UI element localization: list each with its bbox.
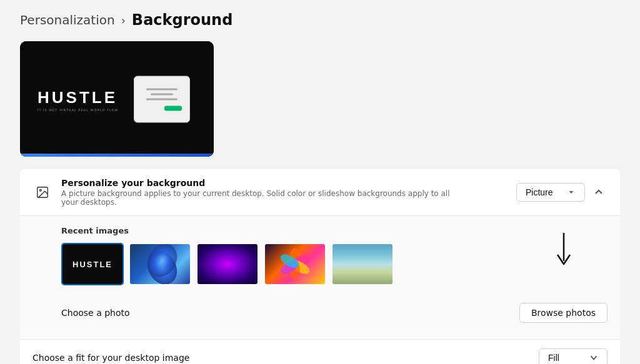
desktop-preview: HUSTLE IT IS NOT VIRTUAL REAL WORLD FLOW [20, 41, 214, 157]
breadcrumb: Personalization › Background [20, 11, 620, 29]
floral-svg [276, 245, 314, 283]
thumb-hustle-bg: HUSTLE [62, 244, 122, 284]
settings-card: Personalize your background A picture ba… [20, 169, 620, 364]
breadcrumb-current: Background [132, 11, 233, 29]
breadcrumb-parent[interactable]: Personalization [20, 12, 115, 27]
choose-photo-label: Choose a photo [61, 308, 130, 318]
dropdown-label: Picture [526, 187, 553, 197]
thumbnail-colorful[interactable] [264, 243, 326, 285]
expanded-section: Recent images HUSTLE [20, 216, 620, 340]
image-icon [36, 185, 49, 199]
fit-chevron-down-icon [589, 353, 598, 362]
preview-taskbar [20, 154, 214, 157]
settings-page: Personalization › Background HUSTLE IT I… [0, 0, 640, 364]
background-type-dropdown[interactable]: Picture [516, 183, 585, 202]
chevron-down-icon [567, 188, 576, 197]
preview-line-3 [146, 99, 178, 101]
thumb-purple-bg [198, 244, 258, 284]
chevron-up-icon [594, 187, 604, 197]
preview-desktop-bg: HUSTLE IT IS NOT VIRTUAL REAL WORLD FLOW [20, 41, 214, 157]
swirl-svg [138, 244, 182, 284]
preview-window-overlay [134, 76, 190, 122]
personalize-desc: A picture background applies to your cur… [61, 189, 461, 207]
preview-hustle-text: HUSTLE [38, 89, 118, 106]
personalize-content: Personalize your background A picture ba… [61, 178, 516, 207]
svg-point-1 [39, 189, 41, 191]
browse-photos-button[interactable]: Browse photos [519, 303, 608, 323]
recent-images-label: Recent images [61, 226, 608, 235]
thumb-colorful-bg [265, 244, 325, 284]
preview-line-2 [151, 94, 173, 96]
collapse-button[interactable] [590, 184, 608, 201]
breadcrumb-separator: › [121, 14, 126, 27]
fit-dropdown-label: Fill [548, 353, 559, 363]
personalize-controls: Picture [516, 183, 608, 202]
fit-dropdown[interactable]: Fill [539, 348, 608, 364]
personalize-title: Personalize your background [61, 178, 516, 188]
row-icon-image [32, 182, 52, 202]
preview-btn-green [164, 106, 182, 111]
thumbnail-purple[interactable] [196, 243, 259, 285]
thumb-landscape-bg [332, 244, 392, 284]
thumb-win11-bg [130, 244, 190, 284]
choose-fit-label: Choose a fit for your desktop image [32, 353, 539, 363]
choose-fit-row: Choose a fit for your desktop image Fill [20, 340, 620, 364]
thumbnail-landscape[interactable] [331, 243, 394, 285]
thumb-hustle-text: HUSTLE [72, 260, 112, 269]
thumbnail-win11[interactable] [129, 243, 191, 285]
personalize-row: Personalize your background A picture ba… [20, 169, 620, 216]
choose-photo-row: Choose a photo Browse photos [61, 297, 608, 327]
preview-hustle-sub: IT IS NOT VIRTUAL REAL WORLD FLOW [38, 108, 119, 112]
thumbnail-hustle[interactable]: HUSTLE [61, 243, 124, 285]
thumbnails-row: HUSTLE [61, 243, 608, 285]
preview-line-1 [146, 89, 178, 91]
